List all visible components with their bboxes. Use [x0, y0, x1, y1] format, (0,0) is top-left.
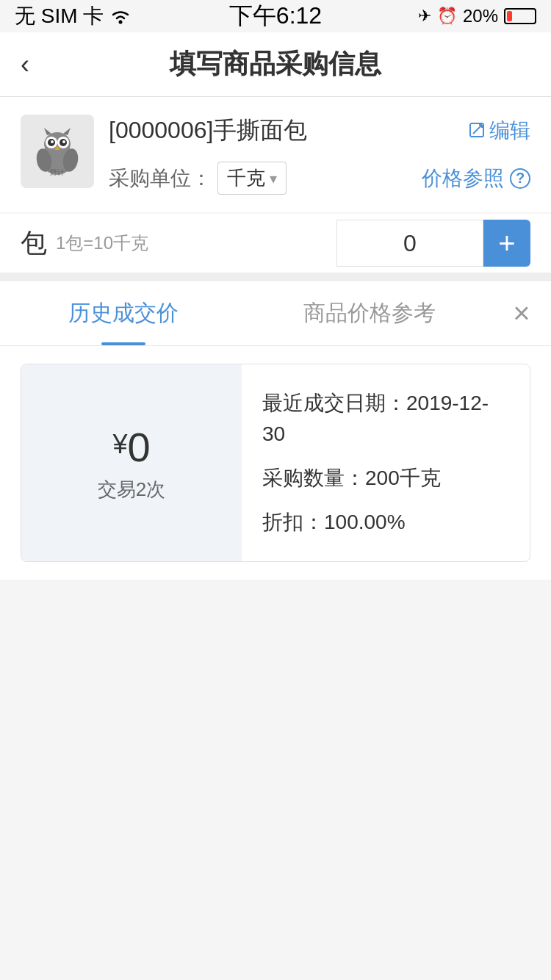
tab-price-ref-label: 商品价格参考 — [303, 298, 436, 328]
price-card-left: ¥0 交易2次 — [21, 364, 242, 561]
quantity-section: 包 1包=10千克 0 + — [0, 214, 551, 273]
help-icon: ? — [510, 168, 530, 189]
qty-controls: 0 + — [336, 220, 530, 267]
dropdown-arrow-icon: ▾ — [270, 170, 277, 187]
price-card: ¥0 交易2次 最近成交日期：2019-12-30 采购数量：200千克 折扣：… — [21, 364, 530, 562]
status-left: 无 SIM 卡 — [15, 2, 132, 30]
price-cards-area: ¥0 交易2次 最近成交日期：2019-12-30 采购数量：200千克 折扣：… — [0, 346, 551, 580]
status-bar: 无 SIM 卡 下午6:12 ✈ ⏰ 20% — [0, 0, 551, 32]
price-amount: ¥0 — [112, 423, 150, 471]
price-trades: 交易2次 — [98, 477, 165, 502]
qty-plus-button[interactable]: + — [483, 220, 530, 267]
edit-icon — [469, 122, 486, 140]
qty-sub-label: 1包=10千克 — [56, 231, 148, 255]
nav-bar: ‹ 填写商品采购信息 — [0, 32, 551, 97]
battery-pct: 20% — [463, 6, 498, 26]
svg-point-0 — [119, 21, 123, 24]
page-title: 填写商品采购信息 — [170, 46, 381, 82]
status-time: 下午6:12 — [229, 0, 322, 32]
location-icon: ✈ — [418, 7, 431, 26]
product-full-name: [0000006]手撕面包 — [109, 115, 307, 147]
svg-point-11 — [62, 140, 65, 143]
back-button[interactable]: ‹ — [21, 49, 29, 80]
qty-input[interactable]: 0 — [336, 220, 483, 267]
price-card-right: 最近成交日期：2019-12-30 采购数量：200千克 折扣：100.00% — [242, 364, 530, 561]
price-discount-row: 折扣：100.00% — [262, 507, 509, 538]
background-fill — [0, 580, 551, 980]
qty-unit: 包 — [21, 226, 47, 262]
price-date-row: 最近成交日期：2019-12-30 — [262, 388, 509, 450]
edit-button[interactable]: 编辑 — [469, 117, 530, 145]
price-qty-row: 采购数量：200千克 — [262, 463, 509, 494]
product-info: [0000006]手撕面包 编辑 采购单位： 千克 ▾ — [109, 115, 530, 195]
section-divider — [0, 273, 551, 281]
product-image: 野计 — [21, 115, 94, 188]
tab-section: 历史成交价 商品价格参考 × ¥0 交易2次 最近成交日期：2019-12-30… — [0, 281, 551, 580]
tab-product-price-ref[interactable]: 商品价格参考 — [246, 281, 492, 345]
owl-logo-icon: 野计 — [28, 122, 87, 181]
tab-history-price[interactable]: 历史成交价 — [0, 281, 246, 345]
tab-bar: 历史成交价 商品价格参考 × — [0, 281, 551, 346]
tab-close-button[interactable]: × — [492, 297, 551, 330]
battery-indicator — [504, 8, 536, 24]
carrier-text: 无 SIM 卡 — [15, 2, 104, 30]
price-ref-button[interactable]: 价格参照 ? — [422, 165, 530, 192]
svg-point-10 — [51, 140, 54, 143]
svg-line-17 — [473, 125, 482, 134]
alarm-icon: ⏰ — [437, 7, 457, 26]
unit-select[interactable]: 千克 ▾ — [217, 162, 287, 195]
quantity-label: 包 1包=10千克 — [21, 226, 148, 262]
unit-label: 采购单位： — [109, 165, 212, 192]
wifi-icon — [109, 8, 132, 24]
tab-active-indicator — [101, 342, 145, 345]
currency-symbol: ¥ — [112, 429, 127, 459]
svg-text:野计: 野计 — [50, 168, 65, 176]
tab-history-label: 历史成交价 — [68, 298, 179, 328]
status-right: ✈ ⏰ 20% — [418, 6, 536, 26]
product-card: 野计 [0000006]手撕面包 编辑 采购单位： — [0, 97, 551, 212]
